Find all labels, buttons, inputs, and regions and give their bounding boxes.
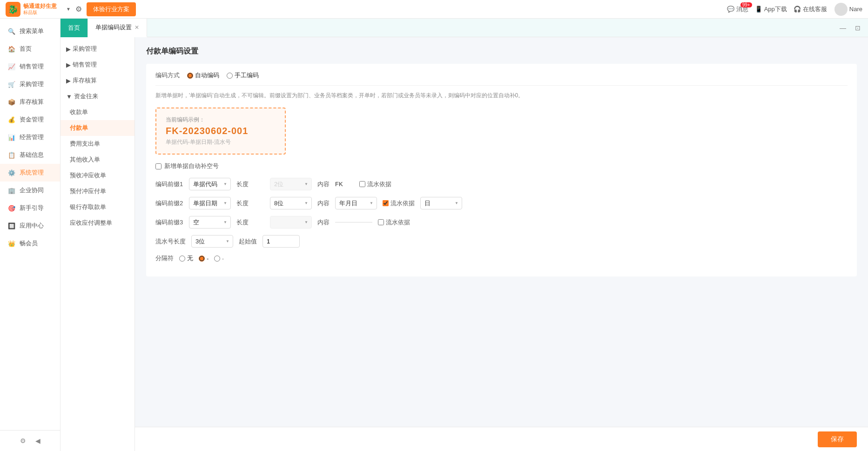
serial2-checkbox[interactable] <box>383 200 389 206</box>
sidebar-item-purchase[interactable]: 🛒 采购管理 <box>0 75 60 93</box>
app-icon: 📱 <box>755 6 762 13</box>
serial1-label: 流水依据 <box>367 180 391 188</box>
page-title: 付款单编码设置 <box>146 47 857 56</box>
main-layout: 🔍 搜索菜单 🏠 首页 📈 销售管理 🛒 采购管理 📦 库存核算 💰 资 <box>0 19 868 451</box>
sidebar-purchase-label: 采购管理 <box>20 80 44 88</box>
manual-encode-label: 手工编码 <box>235 71 259 80</box>
sep-dot-input[interactable] <box>199 256 205 262</box>
sidebar-item-inventory[interactable]: 📦 库存核算 <box>0 93 60 111</box>
tab-home[interactable]: 首页 <box>61 19 88 37</box>
sub-item-payment[interactable]: 付款单 <box>61 120 135 136</box>
sub-item-other-income[interactable]: 其他收入单 <box>61 152 135 168</box>
sep-dot-radio[interactable]: - <box>199 255 209 262</box>
search-icon: 🔍 <box>7 27 16 35</box>
sep-dot2-label: · <box>222 255 224 262</box>
user-area[interactable]: Nare <box>834 3 862 16</box>
sidebar-item-home[interactable]: 🏠 首页 <box>0 40 60 58</box>
auto-fill-checkbox[interactable] <box>155 163 161 169</box>
system-icon: ⚙️ <box>7 168 16 177</box>
logo-chevron-icon[interactable]: ▼ <box>66 7 71 12</box>
separator-options: 无 - · <box>179 254 224 263</box>
length3-select-wrapper <box>270 216 312 229</box>
serial2-cycle-wrapper: 日 月 年 <box>420 197 462 209</box>
chevron-right-inventory-icon: ▶ <box>66 77 71 84</box>
collapse-icon[interactable]: ◀ <box>32 434 44 447</box>
sub-group-purchase-title[interactable]: ▶ 采购管理 <box>61 41 135 57</box>
sidebar-item-system[interactable]: ⚙️ 系统管理 <box>0 164 60 182</box>
app-download-btn[interactable]: 📱 App下载 <box>755 5 787 13</box>
sidebar-item-guide[interactable]: 🎯 新手引导 <box>0 199 60 217</box>
sidebar-item-finance[interactable]: 💰 资金管理 <box>0 111 60 128</box>
tab-close-icon[interactable]: ✕ <box>135 24 139 31</box>
tab-bar: 首页 单据编码设置 ✕ — ⊡ <box>61 19 868 37</box>
tab-encoding-settings[interactable]: 单据编码设置 ✕ <box>88 19 147 37</box>
encoding-mode-row: 编码方式 自动编码 手工编码 <box>155 71 848 86</box>
length1-select[interactable]: 2位 <box>270 178 312 190</box>
experience-btn[interactable]: 体验行业方案 <box>87 2 136 16</box>
sub-item-prepay-ap[interactable]: 预付冲应付单 <box>61 183 135 199</box>
sidebar-item-apps[interactable]: 🔲 应用中心 <box>0 217 60 235</box>
auto-encode-input[interactable] <box>187 73 193 79</box>
sep-none-radio[interactable]: 无 <box>179 254 193 263</box>
content2-label: 内容 <box>317 199 330 208</box>
home-icon: 🏠 <box>7 45 16 53</box>
sidebar-item-basic[interactable]: 📋 基础信息 <box>0 146 60 164</box>
serial1-checkbox-row[interactable]: 流水依据 <box>359 180 391 188</box>
sep-dot2-input[interactable] <box>214 256 220 262</box>
content-area: 首页 单据编码设置 ✕ — ⊡ ▶ 采购管理 <box>61 19 868 451</box>
prefix3-select[interactable]: 空 <box>189 216 231 229</box>
prefix1-select[interactable]: 单据代码 <box>189 178 231 190</box>
serial1-checkbox[interactable] <box>359 181 365 187</box>
serial-length-select[interactable]: 3位 4位 5位 <box>191 235 233 248</box>
serial-start-input[interactable] <box>262 235 300 248</box>
sub-item-prepay-ar[interactable]: 预收冲应收单 <box>61 168 135 183</box>
content2-select-wrapper: 年月日 <box>335 197 377 209</box>
sidebar-item-member[interactable]: 👑 畅会员 <box>0 235 60 252</box>
sub-group-sales: ▶ 销售管理 <box>61 57 135 73</box>
serial2-cycle-select[interactable]: 日 月 年 <box>420 197 462 209</box>
save-button[interactable]: 保存 <box>818 431 857 447</box>
sub-group-inventory-title[interactable]: ▶ 库存核算 <box>61 73 135 88</box>
sidebar-item-search[interactable]: 🔍 搜索菜单 <box>0 22 60 40</box>
online-service-label: 在线客服 <box>803 5 827 13</box>
prefix2-select[interactable]: 单据日期 <box>189 197 231 209</box>
sep-dot2-radio[interactable]: · <box>214 255 224 262</box>
serial2-checkbox-row[interactable]: 流水依据 <box>383 199 415 208</box>
sep-none-input[interactable] <box>179 256 185 262</box>
serial-length-row: 流水号长度 3位 4位 5位 起始值 <box>155 235 848 248</box>
code-preview-sub: 单据代码-单据日期-流水号 <box>166 138 276 146</box>
encoding-mode-label: 编码方式 <box>155 71 180 80</box>
bottom-bar: 保存 <box>135 427 868 451</box>
sub-group-sales-title[interactable]: ▶ 销售管理 <box>61 57 135 73</box>
sidebar-inventory-label: 库存核算 <box>20 98 44 106</box>
sidebar-item-business[interactable]: 📊 经营管理 <box>0 128 60 146</box>
serial3-checkbox-row[interactable]: 流水依据 <box>378 218 410 227</box>
purchase-icon: 🛒 <box>7 80 16 88</box>
content3-value <box>335 222 372 222</box>
length3-select[interactable] <box>270 216 312 229</box>
sidebar-enterprise-label: 企业协同 <box>20 186 44 195</box>
length2-select[interactable]: 8位 <box>270 197 312 209</box>
serial3-checkbox[interactable] <box>378 219 384 225</box>
sub-item-ar-ap-adjust[interactable]: 应收应付调整单 <box>61 215 135 231</box>
sub-group-finance-label: 资金往来 <box>74 92 98 101</box>
sidebar-item-sales[interactable]: 📈 销售管理 <box>0 58 60 75</box>
app-download-label: App下载 <box>764 5 787 13</box>
tab-minimize-icon[interactable]: — <box>836 21 849 34</box>
tab-maximize-icon[interactable]: ⊡ <box>851 21 864 34</box>
sub-item-bank[interactable]: 银行存取款单 <box>61 199 135 215</box>
sidebar-item-enterprise[interactable]: 🏢 企业协同 <box>0 182 60 199</box>
manual-encode-radio[interactable]: 手工编码 <box>227 71 259 80</box>
auto-encode-radio[interactable]: 自动编码 <box>187 71 219 80</box>
manual-encode-input[interactable] <box>227 73 233 79</box>
gear-icon[interactable]: ⚙ <box>75 5 82 13</box>
content2-select[interactable]: 年月日 <box>335 197 377 209</box>
sub-item-receipt[interactable]: 收款单 <box>61 104 135 120</box>
sub-item-expense[interactable]: 费用支出单 <box>61 136 135 152</box>
sub-group-finance-title[interactable]: ▼ 资金往来 <box>61 88 135 104</box>
message-btn[interactable]: 💬 消息 99+ <box>727 5 748 13</box>
settings-bottom-icon[interactable]: ⚙ <box>16 434 30 447</box>
online-service-btn[interactable]: 🎧 在线客服 <box>794 5 827 13</box>
sidebar-guide-label: 新手引导 <box>20 204 44 212</box>
encoding-card: 编码方式 自动编码 手工编码 <box>146 64 857 276</box>
